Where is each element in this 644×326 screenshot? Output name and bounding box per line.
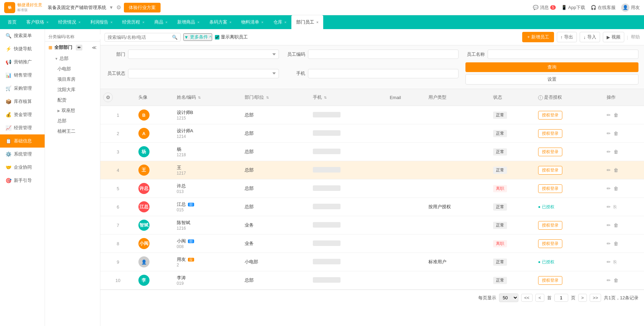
dept-tree-item-zongbu2[interactable]: 总部 (45, 116, 100, 126)
dept-tree-item-xiaodian[interactable]: 小电部 (45, 64, 100, 74)
tab-history[interactable]: 经营历程 × (117, 15, 149, 29)
empname-filter-input[interactable] (488, 50, 638, 59)
help-label[interactable]: 帮助 (631, 34, 640, 40)
delete-icon[interactable]: 🗑 (614, 241, 618, 246)
edit-icon[interactable]: ✏ (607, 131, 611, 136)
auth-button[interactable]: 授权登录 (538, 184, 562, 193)
status-filter-select[interactable] (128, 69, 279, 78)
edit-icon[interactable]: ✏ (607, 222, 611, 228)
dept-tree-item-zhishu[interactable]: 植树王二 (45, 126, 100, 136)
next-page-button[interactable]: > (578, 294, 587, 302)
all-dept-label[interactable]: 全部部门 (54, 44, 72, 51)
tab-operation[interactable]: 经营情况 × (53, 15, 85, 29)
sidebar-item-marketing[interactable]: 📢 营销推广 (0, 55, 45, 69)
dept-tree-item-shuangzuo[interactable]: ▶ 双座想 (45, 105, 100, 116)
close-icon-active[interactable]: × (316, 20, 318, 24)
edit-icon[interactable]: ✏ (607, 277, 611, 283)
auth-button[interactable]: 授权登录 (538, 221, 562, 230)
tab-employees[interactable]: 部门员工 × (291, 15, 323, 29)
sidebar-item-finance[interactable]: 💰 资金管理 (0, 108, 45, 121)
copy-icon[interactable]: ⎘ (614, 259, 616, 265)
delete-icon[interactable]: 🗑 (614, 167, 618, 173)
delete-icon[interactable]: 🗑 (614, 112, 618, 118)
dept-tree-item-peihuo[interactable]: 配货 (45, 95, 100, 105)
edit-icon[interactable]: ✏ (607, 112, 611, 118)
dept-filter-select[interactable] (128, 50, 279, 59)
auth-button[interactable]: 授权登录 (538, 111, 562, 120)
close-icon[interactable]: × (261, 20, 263, 24)
empcode-filter-input[interactable] (308, 50, 459, 59)
dept-search-input[interactable] (48, 34, 100, 39)
tab-warehouse[interactable]: 仓库 × (269, 15, 291, 29)
user-action[interactable]: 👤 用友 (621, 3, 640, 12)
close-icon[interactable]: × (142, 20, 144, 24)
sort-icon[interactable]: ⇅ (324, 96, 327, 99)
per-page-select[interactable]: 50 10 20 100 (499, 293, 518, 302)
close-icon[interactable]: × (229, 20, 232, 24)
edit-icon[interactable]: ✏ (607, 241, 611, 246)
search-input[interactable] (108, 35, 170, 40)
tab-new-product[interactable]: 新增商品 × (172, 15, 204, 29)
sidebar-item-system[interactable]: ⚙️ 系统管理 (0, 148, 45, 161)
auth-button[interactable]: 授权登录 (538, 276, 562, 285)
dept-tree-item-zongbu[interactable]: ▼ 总部 (45, 53, 100, 64)
tab-barcode[interactable]: 条码方案 × (205, 15, 236, 29)
export-button[interactable]: ↑ 导出 (557, 32, 577, 42)
query-button[interactable]: 查询 (465, 62, 638, 72)
page-number-input[interactable] (554, 294, 568, 302)
sort-icon[interactable]: ⇅ (198, 96, 201, 99)
show-resigned-input[interactable] (215, 35, 219, 39)
edit-icon[interactable]: ✏ (607, 186, 611, 191)
sort-icon[interactable]: ⇅ (266, 96, 269, 99)
sidebar-item-base[interactable]: 📋 基础信息 (0, 134, 45, 148)
column-settings-icon[interactable]: ⚙ (103, 92, 113, 102)
edit-icon[interactable]: ✏ (607, 204, 611, 210)
dropdown-arrow-icon[interactable]: ▼ (109, 5, 114, 10)
delete-icon[interactable]: 🗑 (614, 186, 618, 191)
collapse-icon[interactable]: ≪ (92, 45, 97, 50)
close-icon[interactable]: × (78, 20, 80, 24)
close-icon[interactable]: × (284, 20, 287, 24)
close-icon[interactable]: × (165, 20, 167, 24)
delete-icon[interactable]: 🗑 (614, 277, 618, 283)
tab-bom[interactable]: 物料清单 × (236, 15, 268, 29)
more-filter-button[interactable]: ▼ 更多条件 ^ (183, 33, 212, 41)
edit-icon[interactable]: ✏ (607, 259, 611, 265)
sidebar-item-inventory[interactable]: 📦 库存核算 (0, 95, 45, 108)
import-button[interactable]: ↓ 导入 (580, 32, 600, 42)
view-button[interactable]: ▶ 视频 (603, 32, 624, 42)
message-action[interactable]: 💬 消息 5 (533, 5, 556, 11)
show-resigned-checkbox[interactable]: 显示离职员工 (215, 34, 248, 40)
settings-icon[interactable]: ⚙ (116, 4, 121, 11)
phone-filter-input[interactable] (308, 69, 459, 78)
add-employee-button[interactable]: + 新增员工 (522, 32, 554, 42)
auth-button[interactable]: 授权登录 (538, 239, 562, 248)
sidebar-item-sales[interactable]: 📊 销售管理 (0, 69, 45, 82)
sidebar-item-search[interactable]: 🔍 搜索菜单 (0, 29, 45, 42)
edit-icon[interactable]: ✏ (607, 149, 611, 155)
tab-home[interactable]: 首页 (3, 15, 21, 29)
sidebar-item-purchase[interactable]: 🛒 采购管理 (0, 82, 45, 95)
delete-icon[interactable]: 🗑 (614, 222, 618, 228)
tab-product[interactable]: 商品 × (149, 15, 172, 29)
copy-icon[interactable]: ⎘ (614, 204, 616, 210)
delete-icon[interactable]: 🗑 (614, 149, 618, 155)
close-icon[interactable]: × (110, 20, 112, 24)
edit-icon[interactable]: ✏ (607, 167, 611, 173)
sidebar-item-guide[interactable]: 🎯 新手引导 (0, 174, 45, 187)
search-icon[interactable]: 🔍 (172, 35, 178, 40)
first-page-button[interactable]: << (521, 294, 533, 302)
trial-button[interactable]: 体验行业方案 (124, 3, 161, 12)
auth-button[interactable]: 授权登录 (538, 148, 562, 156)
tab-profit[interactable]: 利润报告 × (85, 15, 117, 29)
app-download-action[interactable]: 📱 App下载 (561, 5, 585, 11)
sidebar-item-quicknav[interactable]: ⚡ 快捷导航 (0, 42, 45, 55)
dept-tree-item-shenyang[interactable]: 沈阳大库 (45, 85, 100, 95)
auth-button[interactable]: 授权登录 (538, 166, 562, 175)
auth-button[interactable]: 授权登录 (538, 129, 562, 138)
close-icon[interactable]: × (46, 20, 48, 24)
last-page-button[interactable]: >> (590, 294, 601, 302)
reset-button[interactable]: 设置 (465, 74, 638, 85)
tab-customer[interactable]: 客户联络 × (21, 15, 53, 29)
close-icon[interactable]: × (197, 20, 199, 24)
